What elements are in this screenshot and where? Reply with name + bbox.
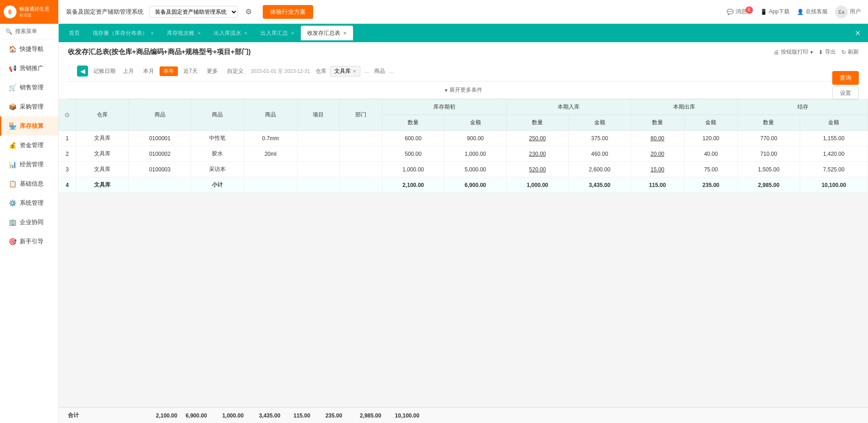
purchase-icon: 📦 — [9, 103, 16, 110]
filter-bar: ◀ 记账日期 上月 本月 本年 近7天 更多 自定义 2023-01-01 至 … — [68, 61, 859, 82]
table-cell: 文具库 — [76, 131, 129, 146]
filter-toggle-button[interactable]: ◀ — [77, 66, 88, 77]
table-cell[interactable]: 15.00 — [630, 162, 684, 177]
message-icon: 💬 — [727, 9, 734, 15]
date-btn-custom[interactable]: 自定义 — [223, 66, 247, 76]
th-in: 本期入库 — [506, 99, 630, 115]
sidebar-item-label: 营销推广 — [20, 64, 44, 72]
date-range: 2023-01-01 至 2023-12-31 — [251, 68, 310, 75]
tab-summary[interactable]: 出入库汇总 ✕ — [254, 26, 301, 40]
table-row: 3文具库0100003采访本1,000.005,000.00520.002,60… — [59, 162, 868, 177]
table-cell: 0100002 — [129, 146, 191, 162]
table-cell: 40.00 — [684, 146, 738, 162]
sidebar-item-label: 企业协同 — [20, 218, 44, 226]
table-cell: 0.7mm — [244, 131, 298, 146]
sidebar-item-inventory[interactable]: 🏪 库存核算 — [0, 116, 58, 136]
sidebar-item-quick-nav[interactable]: 🏠 快捷导航 — [0, 39, 58, 59]
table-cell: 10,100.00 — [800, 177, 868, 193]
table-cell[interactable]: 250.00 — [506, 131, 569, 146]
finance-icon: 💰 — [9, 142, 16, 149]
table-cell[interactable]: 520.00 — [506, 162, 569, 177]
tab-home[interactable]: 首页 — [62, 26, 86, 40]
try-industry-button[interactable]: 体验行业方案 — [263, 5, 313, 19]
tab-flow[interactable]: 出入库流水 ✕ — [207, 26, 254, 40]
sidebar-item-system[interactable]: ⚙️ 系统管理 — [0, 193, 58, 213]
table-cell — [297, 146, 340, 162]
table-settings-button[interactable]: 设置 — [832, 87, 859, 100]
table-cell: 采访本 — [191, 162, 243, 177]
system-dropdown[interactable]: 装备及固定资产辅助管理系统 — [149, 6, 238, 18]
date-btn-7days[interactable]: 近7天 — [180, 66, 201, 76]
settings-icon[interactable]: ⚙ — [243, 5, 254, 18]
expand-conditions-button[interactable]: ▾ 展开更多条件 — [441, 84, 486, 96]
date-btn-this-year[interactable]: 本年 — [160, 66, 178, 76]
app-label: App下载 — [769, 8, 790, 16]
user-menu[interactable]: Ea 用户 — [835, 5, 861, 18]
message-button[interactable]: 💬 消息 6 — [727, 8, 753, 16]
date-filter-label: 记账日期 — [94, 67, 116, 75]
page-title: 收发存汇总表(按仓库+商品编码+商品+规格型号+项目+部门) — [68, 48, 251, 56]
th-settings[interactable]: ⚙ — [59, 99, 76, 131]
table-cell: 文具库 — [76, 177, 129, 193]
gear-icon[interactable]: ⚙ — [64, 111, 70, 119]
table-cell — [340, 162, 382, 177]
tab-batch[interactable]: 库存批次账 ✕ — [160, 26, 207, 40]
tab-collect-summary[interactable]: 收发存汇总表 ✕ — [301, 26, 353, 40]
tab-close-all[interactable]: ✕ — [851, 29, 864, 38]
export-button[interactable]: ⬇ 导出 — [818, 48, 836, 56]
table-cell[interactable]: 80.00 — [630, 131, 684, 146]
warehouse-tag-close[interactable]: ✕ — [353, 69, 356, 74]
service-icon: 👤 — [797, 9, 804, 15]
table-cell: 3 — [59, 162, 76, 177]
th-init-stock: 库存期初 — [382, 99, 506, 115]
footer-in-qty: 1,000.00 — [215, 412, 251, 419]
page-header: 收发存汇总表(按仓库+商品编码+商品+规格型号+项目+部门) 🖨 按钮版打印 ▾… — [59, 42, 868, 99]
table-cell: 中性笔 — [191, 131, 243, 146]
tab-stock-dist-close[interactable]: ✕ — [150, 31, 154, 36]
footer-init-amt: 6,900.00 — [178, 412, 215, 419]
sidebar-item-purchase[interactable]: 📦 采购管理 — [0, 97, 58, 116]
online-service-button[interactable]: 👤 在线客服 — [797, 8, 828, 16]
warehouse-tag: 文具库 ✕ — [330, 66, 360, 77]
warehouse-more[interactable]: ... — [364, 68, 369, 74]
table-cell: 235.00 — [684, 177, 738, 193]
tab-collect-summary-close[interactable]: ✕ — [343, 31, 347, 36]
app-download-button[interactable]: 📱 App下载 — [760, 8, 790, 16]
tab-batch-close[interactable]: ✕ — [197, 31, 201, 36]
table-cell — [340, 131, 382, 146]
print-button[interactable]: 🖨 按钮版打印 ▾ — [774, 48, 813, 56]
sidebar-search[interactable]: 🔍 搜索菜单 — [0, 24, 58, 39]
date-btn-more[interactable]: 更多 — [203, 66, 221, 76]
sidebar-item-label: 采购管理 — [20, 103, 44, 111]
table-cell[interactable]: 230.00 — [506, 146, 569, 162]
sidebar-item-guide[interactable]: 🎯 新手引导 — [0, 232, 58, 251]
date-btn-last-month[interactable]: 上月 — [119, 66, 138, 76]
query-button[interactable]: 查询 — [832, 71, 859, 85]
marketing-icon: 📢 — [9, 65, 16, 72]
tab-flow-close[interactable]: ✕ — [244, 31, 248, 36]
table-cell: 770.00 — [738, 131, 800, 146]
goods-more[interactable]: ... — [389, 68, 393, 74]
table-cell: 2,985.00 — [738, 177, 800, 193]
tab-stock-dist[interactable]: 现存量（库存分布表） ✕ — [86, 26, 160, 40]
table-cell[interactable]: 20.00 — [630, 146, 684, 162]
tab-summary-close[interactable]: ✕ — [291, 31, 294, 36]
refresh-button[interactable]: ↻ 刷新 — [841, 48, 859, 56]
tab-home-label: 首页 — [69, 29, 80, 37]
sidebar-item-business[interactable]: 📊 经营管理 — [0, 155, 58, 174]
sidebar-item-base-info[interactable]: 📋 基础信息 — [0, 174, 58, 193]
user-label: 用户 — [850, 8, 861, 16]
chevron-down-icon: ▾ — [810, 49, 813, 55]
expand-conditions-row: ▾ 展开更多条件 — [68, 82, 859, 99]
sidebar-item-enterprise[interactable]: 🏢 企业协同 — [0, 213, 58, 232]
footer-in-amt: 3,435.00 — [251, 412, 288, 419]
refresh-label: 刷新 — [848, 48, 859, 56]
table-cell: 1 — [59, 131, 76, 146]
tab-flow-label: 出入库流水 — [214, 29, 241, 37]
main: 装备及固定资产辅助管理系统 装备及固定资产辅助管理系统 ⚙ 体验行业方案 💬 消… — [59, 0, 868, 423]
sidebar-item-sales[interactable]: 🛒 销售管理 — [0, 78, 58, 97]
sidebar-item-marketing[interactable]: 📢 营销推广 — [0, 59, 58, 78]
date-btn-this-month[interactable]: 本月 — [139, 66, 158, 76]
sidebar-item-finance[interactable]: 💰 资金管理 — [0, 136, 58, 155]
table-row: 2文具库0100002胶水20ml500.001,000.00230.00460… — [59, 146, 868, 162]
